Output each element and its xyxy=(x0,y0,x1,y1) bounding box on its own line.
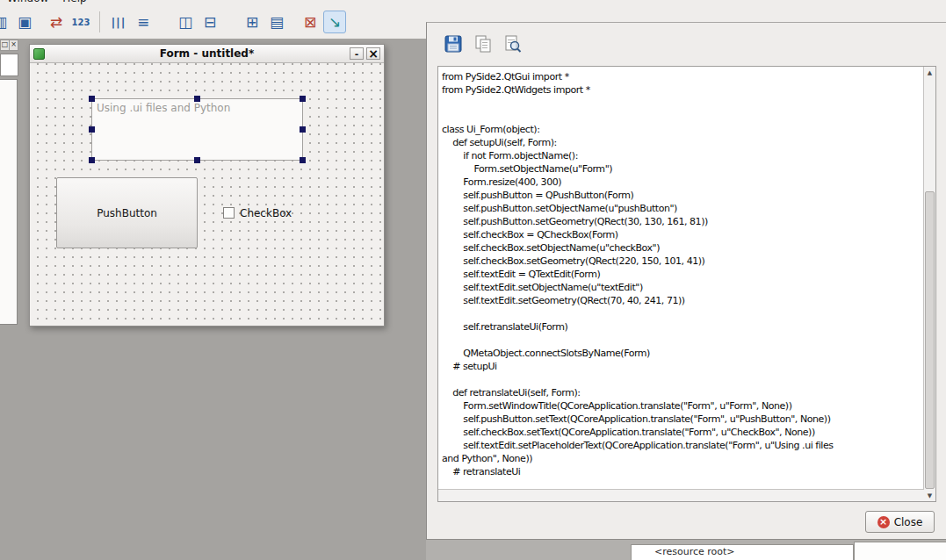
code-line xyxy=(442,97,921,110)
code-line: self.pushButton.setGeometry(QRect(30, 13… xyxy=(442,215,921,228)
code-line: self.checkBox = QCheckBox(Form) xyxy=(442,228,921,241)
form-editor-window: Form - untitled* - × Using .ui files and… xyxy=(29,44,385,327)
textedit-placeholder: Using .ui files and Python xyxy=(92,99,302,117)
code-line: self.retranslateUi(Form) xyxy=(442,320,921,334)
qt-designer-screen: WindowHelp ▥▣⇄123|||≡◫⊟⊞▤⊠↘ □ × Form - u… xyxy=(0,0,946,560)
find-icon[interactable] xyxy=(502,33,524,54)
minimize-button[interactable]: - xyxy=(350,47,364,60)
textedit-widget[interactable]: Using .ui files and Python xyxy=(91,98,303,161)
menu-window[interactable]: Window xyxy=(7,0,48,6)
scrollbar-thumb[interactable] xyxy=(925,191,935,489)
code-line: self.textEdit.setObjectName(u"textEdit") xyxy=(442,281,921,294)
code-line: self.checkBox.setObjectName(u"checkBox") xyxy=(442,241,921,255)
send-to-back-icon[interactable]: ▣ xyxy=(13,11,36,33)
selection-handle[interactable] xyxy=(194,157,200,163)
code-line: self.textEdit.setPlaceholderText(QCoreAp… xyxy=(442,439,921,452)
code-line: # setupUi xyxy=(442,360,921,373)
vertical-scrollbar[interactable]: ▲ ▼ xyxy=(923,67,935,501)
layout-grid-icon[interactable]: ⊞ xyxy=(241,11,264,33)
code-preview-dialog: from PySide2.QtGui import *from PySide2.… xyxy=(426,22,946,540)
code-line: if not Form.objectName(): xyxy=(442,149,921,162)
code-line: # retranslateUi xyxy=(442,465,921,478)
widget-box-list xyxy=(0,79,18,325)
save-icon[interactable] xyxy=(443,33,464,54)
code-dialog-toolbar xyxy=(443,33,524,54)
layout-horizontal-icon[interactable]: ||| xyxy=(107,11,130,33)
checkbox-label: CheckBox xyxy=(240,207,292,219)
code-line: and Python", None)) xyxy=(442,452,921,465)
selection-handle[interactable] xyxy=(89,96,95,102)
selection-handle[interactable] xyxy=(300,126,306,133)
layout-splitter-horizontal-icon[interactable]: ◫ xyxy=(174,11,197,33)
resource-root-item[interactable]: <resource root> xyxy=(632,545,853,557)
layout-vertical-icon[interactable]: ≡ xyxy=(132,11,155,33)
break-layout-icon[interactable]: ⊠ xyxy=(299,11,321,33)
resource-browser-fragment: <resource root> xyxy=(631,544,854,560)
code-line: self.checkBox.setGeometry(QRect(220, 150… xyxy=(442,255,921,268)
menubar: WindowHelp xyxy=(0,0,946,6)
main-toolbar: ▥▣⇄123|||≡◫⊟⊞▤⊠↘ xyxy=(0,7,346,37)
scroll-up-icon[interactable]: ▲ xyxy=(924,67,935,78)
code-line xyxy=(442,373,921,386)
code-line: class Ui_Form(object): xyxy=(442,123,921,136)
code-line xyxy=(442,307,921,320)
code-line: self.pushButton.setText(QCoreApplication… xyxy=(442,413,921,426)
code-line: def retranslateUi(self, Form): xyxy=(442,386,921,399)
edit-widgets-icon[interactable]: ▥ xyxy=(0,11,11,33)
close-circle-icon: × xyxy=(877,516,890,528)
code-line: self.textEdit = QTextEdit(Form) xyxy=(442,268,921,281)
selection-handle[interactable] xyxy=(89,157,95,163)
code-view[interactable]: from PySide2.QtGui import *from PySide2.… xyxy=(437,66,936,502)
code-line: Form.setObjectName(u"Form") xyxy=(442,162,921,176)
adjust-size-icon[interactable]: ↘ xyxy=(323,11,346,33)
code-content: from PySide2.QtGui import *from PySide2.… xyxy=(439,68,923,489)
widget-filter-input[interactable] xyxy=(0,54,18,76)
code-line: Form.setWindowTitle(QCoreApplication.tra… xyxy=(442,399,921,413)
checkbox-indicator[interactable] xyxy=(223,207,235,219)
layout-splitter-vertical-icon[interactable]: ⊟ xyxy=(199,11,221,33)
form-window-title: Form - untitled* xyxy=(30,47,384,60)
selection-handle[interactable] xyxy=(194,96,200,102)
edit-signals-slots-icon[interactable]: ⇄ xyxy=(45,11,68,33)
menu-help[interactable]: Help xyxy=(62,0,86,6)
selection-handle[interactable] xyxy=(300,157,306,163)
copy-icon[interactable] xyxy=(473,33,494,54)
layout-form-icon[interactable]: ▤ xyxy=(265,11,288,33)
form-canvas: Using .ui files and Python PushButton Ch… xyxy=(30,63,384,326)
widget-box-dock-fragment: □ × xyxy=(0,39,18,540)
toolbar-separator xyxy=(99,11,100,32)
code-line: self.pushButton = QPushButton(Form) xyxy=(442,189,921,202)
code-line: QMetaObject.connectSlotsByName(Form) xyxy=(442,347,921,360)
code-line: Form.resize(400, 300) xyxy=(442,176,921,189)
checkbox-widget[interactable]: CheckBox xyxy=(223,195,312,231)
selection-handle[interactable] xyxy=(89,126,95,133)
horizontal-scrollbar[interactable] xyxy=(438,489,924,501)
code-line: def setupUi(self, Form): xyxy=(442,136,921,149)
code-line: from PySide2.QtGui import * xyxy=(442,70,921,83)
resource-panel-fragment xyxy=(854,542,946,560)
pushbutton-widget[interactable]: PushButton xyxy=(56,177,198,248)
close-button[interactable]: × xyxy=(366,47,380,60)
code-line xyxy=(442,334,921,347)
code-line: from PySide2.QtWidgets import * xyxy=(442,83,921,97)
form-window-titlebar[interactable]: Form - untitled* - × xyxy=(30,45,384,63)
close-dialog-button[interactable]: × Close xyxy=(865,511,935,533)
code-line xyxy=(442,110,921,123)
selection-handle[interactable] xyxy=(300,96,306,102)
code-line: self.textEdit.setGeometry(QRect(70, 40, … xyxy=(442,294,921,307)
form-window-icon xyxy=(33,48,45,60)
dock-close-icon[interactable]: × xyxy=(9,39,18,51)
scroll-down-icon[interactable]: ▼ xyxy=(924,490,935,501)
edit-tab-order-icon[interactable]: 123 xyxy=(69,11,92,33)
code-line: self.checkBox.setText(QCoreApplication.t… xyxy=(442,426,921,439)
code-line: self.pushButton.setObjectName(u"pushButt… xyxy=(442,202,921,215)
close-button-label: Close xyxy=(894,516,923,528)
